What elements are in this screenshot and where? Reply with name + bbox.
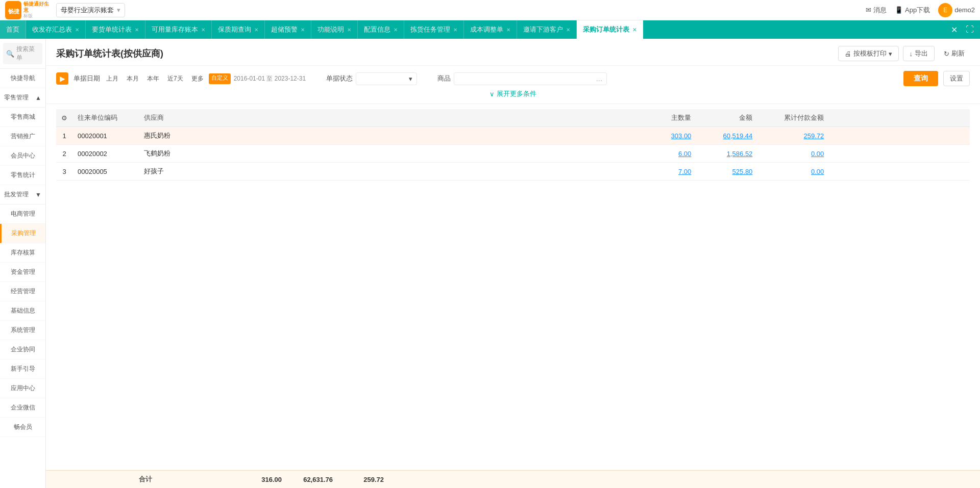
sidebar-search-box[interactable]: 🔍 搜索菜单	[3, 43, 42, 64]
amount-link[interactable]: 60,519.44	[723, 132, 753, 140]
app-center-label: 应用中心	[11, 384, 35, 393]
tab-close-icon[interactable]: ✕	[632, 27, 636, 33]
sidebar-item-quick-nav[interactable]: 快捷导航	[0, 69, 45, 88]
tab-close-icon[interactable]: ✕	[453, 27, 457, 33]
tab-close-icon[interactable]: ✕	[254, 27, 258, 33]
tab-cost-adjust[interactable]: 成本调整单 ✕	[464, 20, 517, 39]
sidebar-item-retail-store[interactable]: 零售商城	[0, 108, 45, 127]
export-button[interactable]: ↓ 导出	[903, 46, 935, 61]
tab-close-icon[interactable]: ✕	[347, 27, 351, 33]
tab-label-shelf-life: 保质期查询	[218, 25, 251, 34]
tab-close-icon[interactable]: ✕	[394, 27, 398, 33]
sidebar-item-purchase-mgmt[interactable]: 采购管理	[0, 224, 45, 243]
qty-link[interactable]: 303.00	[671, 132, 692, 140]
tab-home[interactable]: 首页	[0, 20, 26, 39]
sidebar-item-ops-mgmt[interactable]: 经营管理	[0, 282, 45, 301]
sidebar-item-enterprise-collab[interactable]: 企业协同	[0, 340, 45, 359]
tab-inventory-book[interactable]: 可用量库存账本 ✕	[145, 20, 212, 39]
shortcut-this-year[interactable]: 本年	[144, 73, 162, 84]
settings-button[interactable]: 设置	[943, 71, 970, 86]
qty-link[interactable]: 6.00	[678, 150, 691, 158]
tab-collect-pay[interactable]: 收发存汇总表 ✕	[26, 20, 86, 39]
shortcut-prev-month[interactable]: 上月	[103, 73, 121, 84]
expand-conditions-button[interactable]: ∨ 展开更多条件	[489, 89, 536, 98]
footer-values: 316.00 62,631.76 259.72	[241, 476, 970, 483]
sidebar-item-ecommerce-mgmt[interactable]: 电商管理	[0, 204, 45, 224]
qty-link[interactable]: 7.00	[678, 168, 691, 175]
tab-maximize-btn[interactable]: ⛶	[964, 24, 976, 35]
sidebar-item-member-center[interactable]: 会员中心	[0, 146, 45, 166]
sidebar-item-new-guide[interactable]: 新手引导	[0, 359, 45, 379]
tab-bar-end: ✕ ⛶	[949, 24, 980, 36]
sidebar-item-system-mgmt[interactable]: 系统管理	[0, 321, 45, 340]
print-button[interactable]: 🖨 按模板打印 ▾	[838, 46, 899, 61]
amount-link[interactable]: 525.80	[732, 168, 753, 175]
sidebar-item-enterprise-wechat[interactable]: 企业微信	[0, 398, 45, 418]
query-button[interactable]: 查询	[903, 71, 938, 86]
tab-overstock[interactable]: 超储预警 ✕	[265, 20, 311, 39]
filter-status-item: 单据状态 ▾	[326, 72, 417, 85]
tab-shelf-life[interactable]: 保质期查询 ✕	[212, 20, 265, 39]
purchase-mgmt-label: 采购管理	[11, 229, 36, 238]
sidebar-item-fund-mgmt[interactable]: 资金管理	[0, 263, 45, 282]
table-header-row: ⚙ 往来单位编码 供应商 主数量 金额 累计付款金额	[56, 109, 970, 127]
message-btn[interactable]: ✉ 消息	[866, 6, 887, 15]
tab-close-icon[interactable]: ✕	[135, 27, 139, 33]
th-amount: 金额	[696, 109, 757, 127]
date-range-value: 2016-01-01 至 2023-12-31	[234, 74, 306, 83]
tab-order-stats[interactable]: 要货单统计表 ✕	[86, 20, 145, 39]
paid-link[interactable]: 0.00	[811, 168, 824, 175]
tab-purchase-stats[interactable]: 采购订单统计表 ✕	[577, 20, 643, 39]
paid-link[interactable]: 259.72	[804, 132, 824, 140]
sidebar-item-app-center[interactable]: 应用中心	[0, 379, 45, 398]
sidebar-item-retail-mgmt[interactable]: 零售管理 ▲	[0, 88, 45, 107]
date-range-display: 2016-01-01 至 2023-12-31	[234, 74, 306, 83]
tab-close-icon[interactable]: ✕	[566, 27, 570, 33]
sidebar-group-wholesale: 批发管理 ▼	[0, 185, 45, 204]
member-label: 畅会员	[14, 423, 32, 431]
sidebar-item-basic-info[interactable]: 基础信息	[0, 301, 45, 321]
status-select[interactable]: ▾	[356, 72, 417, 85]
sidebar-item-marketing[interactable]: 营销推广	[0, 127, 45, 146]
wholesale-mgmt-label: 批发管理	[4, 190, 29, 199]
chevron-icon: ▲	[35, 94, 41, 101]
retail-mgmt-label: 零售管理	[4, 93, 29, 102]
th-gear[interactable]: ⚙	[56, 109, 72, 127]
tab-function-desc[interactable]: 功能说明 ✕	[311, 20, 358, 39]
app-download-btn[interactable]: 📱 App下载	[895, 6, 930, 15]
shortcut-this-month[interactable]: 本月	[124, 73, 142, 84]
filter-goods-item: 商品 …	[437, 72, 898, 85]
cell-supplier: 好孩子	[139, 163, 645, 181]
tab-close-icon[interactable]: ✕	[506, 27, 510, 33]
row-num: 3	[56, 163, 72, 181]
ecommerce-label: 电商管理	[11, 210, 35, 218]
filter-goods-label: 商品	[437, 74, 451, 83]
shortcut-7days[interactable]: 近7天	[164, 73, 186, 84]
sidebar-item-retail-stats[interactable]: 零售统计	[0, 166, 45, 185]
table-row: 2 00020002 飞鹤奶粉 6.00 1,586.52 0.00	[56, 145, 970, 163]
shortcut-more[interactable]: 更多	[188, 73, 207, 84]
tab-label-purchase-stats: 采购订单统计表	[583, 25, 629, 34]
tab-close-all-btn[interactable]: ✕	[949, 24, 960, 36]
tab-close-icon[interactable]: ✕	[201, 27, 205, 33]
sidebar-search-area[interactable]: 🔍 搜索菜单	[0, 39, 45, 69]
filter-toggle-button[interactable]: ▶	[56, 72, 68, 85]
tab-config-info[interactable]: 配置信息 ✕	[358, 20, 404, 39]
tab-invite-downstream[interactable]: 邀请下游客户 ✕	[517, 20, 577, 39]
paid-link[interactable]: 0.00	[811, 150, 824, 158]
top-right-area: ✉ 消息 📱 App下载 E demo2	[866, 3, 975, 17]
footer-amount: 62,631.76	[292, 476, 343, 483]
tab-close-icon[interactable]: ✕	[75, 27, 79, 33]
sidebar-item-wholesale-mgmt[interactable]: 批发管理 ▼	[0, 185, 45, 204]
sidebar-item-inventory-check[interactable]: 库存核算	[0, 243, 45, 263]
org-selector[interactable]: 母婴行业演示账套 ▾	[56, 3, 125, 17]
tab-close-icon[interactable]: ✕	[301, 27, 305, 33]
cell-paid: 259.72	[757, 127, 829, 145]
goods-input[interactable]: …	[454, 72, 607, 85]
amount-link[interactable]: 1,586.52	[727, 150, 753, 158]
tab-pick-task[interactable]: 拣货任务管理 ✕	[404, 20, 464, 39]
sidebar-item-member[interactable]: 畅会员	[0, 418, 45, 437]
user-area[interactable]: E demo2	[938, 3, 975, 17]
refresh-button[interactable]: ↻ 刷新	[939, 46, 970, 61]
goods-more-icon[interactable]: …	[596, 75, 602, 83]
